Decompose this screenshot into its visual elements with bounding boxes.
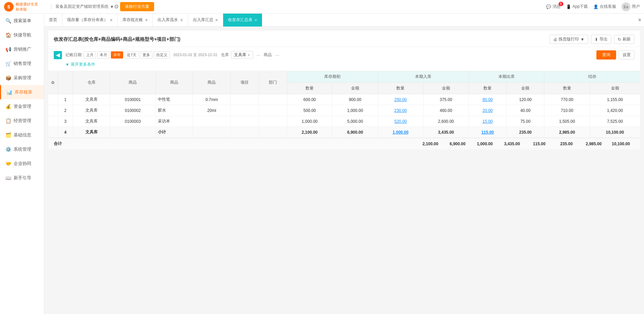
th-settings[interactable]: ⚙ bbox=[48, 71, 58, 94]
th-in-amt: 金额 bbox=[423, 83, 469, 94]
cell-spec: 20ml bbox=[193, 105, 231, 116]
tab-home[interactable]: 首页 bbox=[44, 14, 62, 27]
date-btn-this-year[interactable]: 本年 bbox=[111, 51, 123, 59]
cell-dept bbox=[259, 127, 287, 138]
cell-open-qty: 1,000.00 bbox=[287, 116, 332, 127]
in-qty-link[interactable]: 1,000.00 bbox=[393, 130, 409, 135]
sys-title-dropdown[interactable]: ▼ bbox=[110, 4, 114, 9]
folder-icon: 🗂️ bbox=[5, 132, 11, 138]
tab-close-receive-summary[interactable]: × bbox=[254, 17, 257, 23]
sidebar-item-system[interactable]: ⚙️ 系统管理 bbox=[0, 142, 44, 156]
cell-out-amt: 75.00 bbox=[507, 116, 544, 127]
refresh-btn[interactable]: ↻ 刷新 bbox=[614, 35, 634, 44]
cell-out-qty[interactable]: 80.00 bbox=[469, 94, 507, 105]
tab-inout-flow[interactable]: 出入库流水 × bbox=[153, 14, 188, 27]
sidebar-item-collab[interactable]: 🤝 企业协同 bbox=[0, 156, 44, 171]
table-row: 2 文具库 0100002 胶水 20ml 500.00 1,000.00 23… bbox=[48, 105, 640, 116]
query-btn[interactable]: 查询 bbox=[596, 50, 616, 60]
tab-close-inout-summary[interactable]: × bbox=[215, 17, 218, 23]
th-closing-group: 结存 bbox=[544, 71, 640, 83]
message-btn[interactable]: 💬 消息 6 bbox=[546, 4, 561, 10]
in-qty-link[interactable]: 520.00 bbox=[394, 119, 407, 124]
in-qty-link[interactable]: 230.00 bbox=[394, 108, 407, 113]
goods-more[interactable]: ··· bbox=[275, 52, 279, 58]
sidebar: 🔍 搜索菜单 🏠 快捷导航 📢 营销推广 🛒 销售管理 📦 采购管理 📊 库存核… bbox=[0, 14, 44, 314]
cell-name: 胶水 bbox=[155, 105, 193, 116]
tab-close-batch[interactable]: × bbox=[145, 17, 148, 23]
date-btn-more[interactable]: 更多 bbox=[140, 51, 152, 59]
sys-title: 装备及固定资产辅助管理系统 bbox=[51, 4, 109, 10]
cell-close-qty: 1,505.00 bbox=[544, 116, 590, 127]
sidebar-item-search[interactable]: 🔍 搜索菜单 bbox=[0, 14, 44, 28]
out-qty-link[interactable]: 20.00 bbox=[482, 108, 493, 113]
cell-in-amt: 375.00 bbox=[423, 94, 469, 105]
in-qty-link[interactable]: 250.00 bbox=[394, 97, 407, 102]
out-qty-link[interactable]: 80.00 bbox=[482, 97, 493, 102]
user-menu[interactable]: Ea 用户 bbox=[622, 2, 640, 11]
search-icon: 🔍 bbox=[5, 18, 11, 23]
page-title-bar: 收发存汇总表(按仓库+商品编码+商品+规格型号+项目+部门) 🖨 拣货版打印 ▼… bbox=[48, 31, 640, 47]
cell-close-amt: 10,100.00 bbox=[590, 127, 640, 138]
tab-inventory-dist[interactable]: 现存量（库存分布表） × bbox=[62, 14, 118, 27]
print-btn[interactable]: 🖨 拣货版打印 ▼ bbox=[549, 35, 588, 44]
date-btn-7days[interactable]: 近7天 bbox=[125, 51, 139, 59]
sidebar-item-sales[interactable]: 🛒 销售管理 bbox=[0, 56, 44, 71]
table-footer: 合计 2,100.00 6,900.00 1,000.00 3,435.00 1… bbox=[48, 138, 640, 149]
cell-in-qty[interactable]: 520.00 bbox=[378, 116, 424, 127]
tab-close-inventory-dist[interactable]: × bbox=[110, 17, 113, 23]
settings-btn[interactable]: 设置 bbox=[619, 50, 634, 60]
out-qty-link[interactable]: 15.00 bbox=[482, 119, 493, 124]
filter-collapse-btn[interactable]: ◀ bbox=[54, 51, 62, 59]
sidebar-item-marketing[interactable]: 📢 营销推广 bbox=[0, 42, 44, 56]
clipboard-icon: 📋 bbox=[5, 118, 11, 123]
cell-out-qty[interactable]: 20.00 bbox=[469, 105, 507, 116]
cell-settings bbox=[48, 127, 58, 138]
warehouse-tag: 文具库 × bbox=[231, 51, 253, 59]
settings-icon[interactable]: ⚙ bbox=[114, 3, 119, 10]
tab-inout-summary[interactable]: 出入库汇总 × bbox=[188, 14, 223, 27]
export-icon: ⬇ bbox=[595, 37, 598, 42]
sidebar-item-quicknav[interactable]: 🏠 快捷导航 bbox=[0, 28, 44, 42]
cell-out-amt: 120.00 bbox=[507, 94, 544, 105]
date-btn-custom[interactable]: 自定义 bbox=[154, 51, 170, 59]
expand-conditions-btn[interactable]: ▼ 展开更多条件 bbox=[65, 62, 95, 67]
data-table-container: ⚙ 仓库 商品 商品 商品 项目 部门 库存期初 本期入库 本期出库 bbox=[48, 71, 640, 138]
tab-receive-summary[interactable]: 收发存汇总表 × bbox=[223, 14, 262, 27]
cell-out-qty[interactable]: 115.00 bbox=[469, 127, 507, 138]
cell-settings bbox=[48, 116, 58, 127]
date-filter-group: 记账日期 上月 本月 本年 近7天 更多 自定义 2023-01-01 至 20… bbox=[65, 51, 217, 59]
home-icon: 🏠 bbox=[5, 32, 11, 38]
warehouse-tag-close[interactable]: × bbox=[248, 53, 250, 57]
warehouse-more[interactable]: ··· bbox=[257, 52, 261, 58]
date-label: 记账日期 bbox=[65, 52, 82, 58]
cell-project bbox=[231, 116, 259, 127]
out-qty-link[interactable]: 115.00 bbox=[481, 130, 494, 135]
cell-name: 小计 bbox=[155, 127, 193, 138]
date-btn-last-month[interactable]: 上月 bbox=[84, 51, 96, 59]
experience-btn[interactable]: 体验行业方案 bbox=[120, 2, 154, 11]
tab-close-inout-flow[interactable]: × bbox=[180, 17, 183, 23]
cell-in-qty[interactable]: 230.00 bbox=[378, 105, 424, 116]
online-service-btn[interactable]: 👤 在线客服 bbox=[593, 4, 616, 10]
sidebar-item-operations[interactable]: 📋 经营管理 bbox=[0, 114, 44, 128]
sidebar-item-inventory[interactable]: 📊 库存核算 bbox=[0, 85, 44, 99]
cell-out-amt: 235.00 bbox=[507, 127, 544, 138]
logo-icon: 6 bbox=[4, 2, 14, 12]
app-download-btn[interactable]: 📱 App下载 bbox=[566, 4, 588, 10]
cell-in-amt: 460.00 bbox=[423, 105, 469, 116]
cell-in-qty[interactable]: 1,000.00 bbox=[378, 127, 424, 138]
sidebar-item-finance[interactable]: 💰 资金管理 bbox=[0, 99, 44, 114]
th-dept: 部门 bbox=[259, 71, 287, 94]
date-btn-this-month[interactable]: 本月 bbox=[97, 51, 110, 59]
sidebar-item-purchase[interactable]: 📦 采购管理 bbox=[0, 71, 44, 85]
tab-batch[interactable]: 库存批次账 × bbox=[118, 14, 153, 27]
cell-out-qty[interactable]: 15.00 bbox=[469, 116, 507, 127]
megaphone-icon: 📢 bbox=[5, 47, 11, 52]
footer-open-amt: 6,900.00 bbox=[444, 142, 471, 146]
sidebar-item-basic[interactable]: 🗂️ 基础信息 bbox=[0, 128, 44, 142]
export-btn[interactable]: ⬇ 导出 bbox=[591, 35, 611, 44]
footer-in-amt: 3,435.00 bbox=[498, 142, 526, 146]
cell-in-qty[interactable]: 250.00 bbox=[378, 94, 424, 105]
tab-close-all[interactable]: × bbox=[638, 17, 644, 23]
sidebar-item-guide[interactable]: 📖 新手引导 bbox=[0, 171, 44, 185]
